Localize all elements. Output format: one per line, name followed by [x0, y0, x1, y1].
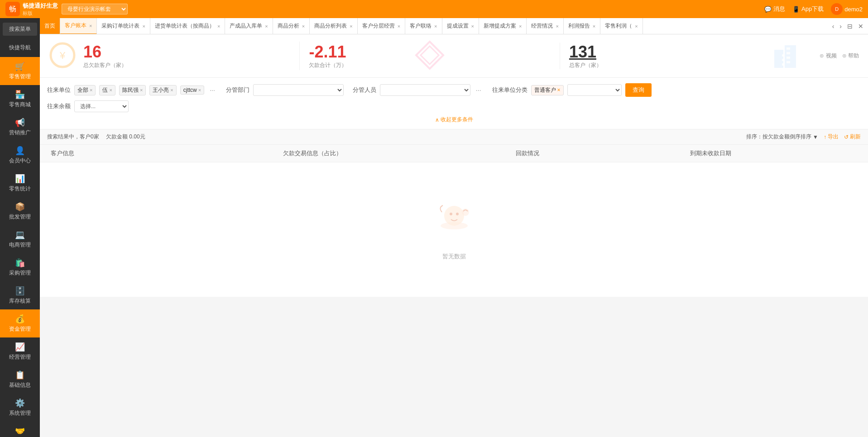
filter-row-1: 往来单位 全部 × 伍 × 陈民强 × [47, 83, 861, 97]
tab-customer-tier[interactable]: 客户分层经营 × [358, 18, 405, 34]
tab-arrows: ‹ › ⊟ ✕ [828, 21, 868, 32]
tab-new-proposal-close[interactable]: × [519, 24, 522, 29]
tab-new-proposal[interactable]: 新增提成方案 × [479, 18, 527, 34]
tab-customer-contact-close[interactable]: × [434, 24, 437, 29]
tab-customer-contact-label: 客户联络 [410, 22, 432, 30]
collapse-btn[interactable]: ∧ 收起更多条件 [435, 116, 473, 124]
sidebar-item-system[interactable]: ⚙️ 系统管理 [0, 394, 40, 422]
finance-icon: 💰 [15, 314, 25, 324]
inventory-icon: 🗄️ [15, 286, 25, 296]
unit-category-select[interactable] [567, 84, 622, 96]
filter-tag-unit-chen: 陈民强 × [119, 85, 146, 95]
main-content-area: ¥ 16 总欠款客户（家） [40, 34, 868, 437]
tab-goods-analysis-list-close[interactable]: × [350, 24, 352, 29]
tab-expand-btn[interactable]: ⊟ [844, 21, 855, 32]
dept-select[interactable] [253, 84, 344, 96]
sidebar-item-operations[interactable]: 📈 经营管理 [0, 337, 40, 366]
sidebar-label-operations: 经营管理 [9, 353, 31, 361]
tab-next-btn[interactable]: › [837, 21, 844, 32]
tab-home[interactable]: 首页 [40, 18, 60, 34]
app-download-btn[interactable]: 📱 App下载 [792, 5, 824, 13]
dept-label: 分管部门 [226, 86, 249, 94]
filter-more-btn[interactable]: ··· [208, 86, 217, 95]
empty-state: 暂无数据 [40, 162, 868, 297]
tab-goods-analysis-close[interactable]: × [302, 24, 305, 29]
tab-goods-analysis-list[interactable]: 商品分析列表 × [310, 18, 357, 34]
sidebar-item-finance[interactable]: 💰 资金管理 [0, 309, 40, 337]
tab-inbound[interactable]: 进货单统计表（按商品） × [150, 18, 225, 34]
tab-production-close[interactable]: × [265, 24, 268, 29]
tab-profit-report[interactable]: 利润报告 × [564, 18, 600, 34]
filter-tag-wu-close[interactable]: × [109, 87, 112, 93]
svg-rect-12 [786, 61, 790, 63]
search-menu-btn[interactable]: 搜索菜单 [3, 23, 37, 36]
sidebar-item-purchase[interactable]: 🛍️ 采购管理 [0, 253, 40, 281]
filter-tag-cj-close[interactable]: × [198, 87, 201, 93]
app-wrapper: 畅 畅捷通好生意 标版 母婴行业演示帐套 💬 消息 📱 App下载 D de [0, 0, 868, 437]
data-table: 客户信息 欠款交易信息（占比） 回款情况 到期未收款日期 [40, 145, 868, 297]
tab-prev-btn[interactable]: ‹ [830, 21, 837, 32]
tab-goods-analysis-label: 商品分析 [278, 22, 299, 30]
query-btn[interactable]: 查询 [625, 83, 652, 97]
tab-purchase-order[interactable]: 采购订单统计表 × [97, 18, 150, 34]
filter-tag-all-close[interactable]: × [90, 87, 92, 93]
tab-retail-profit[interactable]: 零售利润（ × [600, 18, 643, 34]
export-icon: ↑ [824, 134, 826, 140]
purchase-icon: 🛍️ [15, 258, 25, 268]
stat-block-customers: ¥ 16 总欠款客户（家） [49, 42, 300, 70]
sidebar-item-inventory[interactable]: 🗄️ 库存核算 [0, 281, 40, 309]
tab-customer[interactable]: 客户账本 × [60, 18, 97, 34]
tab-proposal-settings[interactable]: 提成设置 × [442, 18, 479, 34]
filter-tag-wang-close[interactable]: × [170, 87, 173, 93]
help-link[interactable]: ⊙ 帮助 [842, 52, 859, 60]
filter-tag-chen-close[interactable]: × [140, 87, 143, 93]
sidebar-label-system: 系统管理 [9, 409, 31, 417]
tab-close-all-btn[interactable]: ✕ [855, 21, 866, 32]
quick-nav-btn[interactable]: 快捷导航 [0, 40, 40, 55]
filter-tag-category-close[interactable]: × [557, 87, 561, 93]
tab-production[interactable]: 产成品入库单 × [225, 18, 273, 34]
video-link[interactable]: ⊙ 视频 [820, 52, 836, 60]
store-selector[interactable]: 母婴行业演示帐套 [62, 4, 128, 14]
sidebar-item-retail-stats[interactable]: 📊 零售统计 [0, 169, 40, 197]
search-result-text: 搜索结果中，客户0家 [47, 133, 99, 140]
balance-select[interactable]: 选择... [74, 100, 129, 112]
filter-tag-unit-wang: 王小亮 × [149, 85, 176, 95]
tab-retail-profit-close[interactable]: × [635, 24, 638, 29]
person-more-btn[interactable]: ··· [474, 86, 483, 95]
sidebar-item-retail[interactable]: 🛒 零售管理 [0, 57, 40, 85]
sidebar-item-retail-mall[interactable]: 🏪 零售商城 [0, 85, 40, 113]
person-select[interactable] [380, 84, 470, 96]
refresh-icon: ↺ [844, 134, 849, 140]
stat-icon-3 [772, 41, 801, 71]
tab-operations-close[interactable]: × [556, 24, 558, 29]
sidebar-item-member[interactable]: 👤 会员中心 [0, 141, 40, 169]
export-btn[interactable]: ↑ 导出 [824, 133, 839, 141]
tab-goods-analysis[interactable]: 商品分析 × [273, 18, 310, 34]
tab-customer-contact[interactable]: 客户联络 × [405, 18, 442, 34]
tab-inbound-close[interactable]: × [217, 24, 220, 29]
svg-rect-9 [786, 48, 790, 50]
sidebar-item-enterprise[interactable]: 🤝 企业协同 [0, 422, 40, 437]
sidebar-item-batch[interactable]: 📦 批发管理 [0, 197, 40, 225]
sidebar-item-marketing[interactable]: 📢 营销推广 [0, 113, 40, 141]
sidebar-item-ecommerce[interactable]: 💻 电商管理 [0, 225, 40, 253]
stat-value-total[interactable]: 131 [569, 43, 602, 62]
svg-point-14 [444, 206, 464, 226]
user-profile-btn[interactable]: D demo2 [831, 3, 863, 15]
filter-tag-category: 普通客户 × [531, 85, 564, 95]
sidebar-item-basic-info[interactable]: 📋 基础信息 [0, 366, 40, 394]
refresh-btn[interactable]: ↺ 刷新 [844, 133, 861, 141]
tab-purchase-order-close[interactable]: × [142, 24, 145, 29]
sort-icon: ▼ [813, 134, 818, 140]
tab-customer-tier-close[interactable]: × [398, 24, 400, 29]
sidebar-label-retail-stats: 零售统计 [9, 185, 31, 193]
tab-profit-report-close[interactable]: × [593, 24, 595, 29]
tab-customer-close[interactable]: × [89, 23, 92, 28]
tab-proposal-settings-close[interactable]: × [471, 24, 474, 29]
message-btn[interactable]: 💬 消息 [764, 5, 785, 13]
sidebar-label-ecommerce: 电商管理 [9, 241, 31, 249]
tab-operations[interactable]: 经营情况 × [527, 18, 563, 34]
svg-rect-8 [785, 45, 796, 68]
sort-btn[interactable]: 排序：按欠款金额倒序排序 ▼ [746, 133, 818, 141]
